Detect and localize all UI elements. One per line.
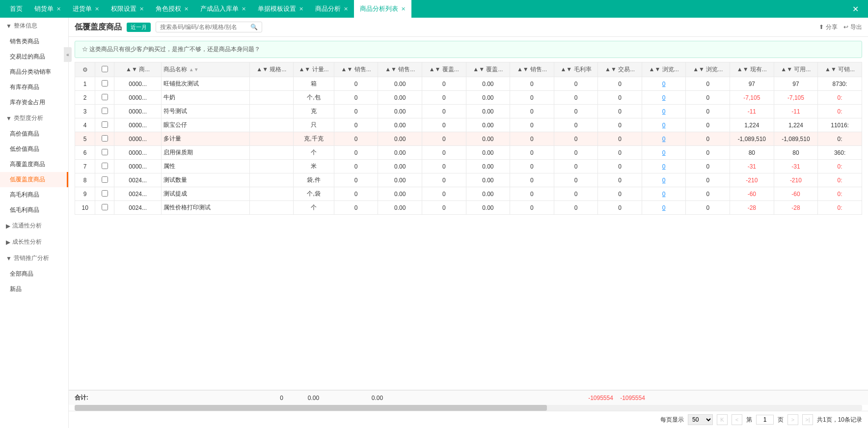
row-checkbox[interactable] — [95, 146, 114, 160]
row-cover2: 0.00 — [466, 173, 510, 187]
row-checkbox[interactable] — [95, 132, 114, 146]
row-gross: 0 — [554, 105, 598, 118]
col-code-header[interactable]: ▲▼ 商... — [114, 62, 161, 77]
sidebar-item-low-coverage[interactable]: 低覆盖度商品 — [0, 172, 68, 187]
horizontal-scrollbar[interactable] — [75, 405, 547, 411]
last-page-button[interactable]: >| — [802, 414, 813, 425]
col-trade-header[interactable]: ▲▼ 交易... — [598, 62, 642, 77]
col-sales3-header[interactable]: ▲▼ 销售... — [510, 62, 554, 77]
time-filter-badge[interactable]: 近一月 — [127, 23, 151, 32]
row-spec — [249, 77, 294, 91]
row-sales-amt: 0.00 — [378, 77, 422, 91]
sidebar-item-high-profit[interactable]: 高毛利商品 — [0, 187, 68, 202]
col-spec-header[interactable]: ▲▼ 规格... — [249, 62, 294, 77]
sidebar-item-stock-capital[interactable]: 库存资金占用 — [0, 95, 68, 110]
first-page-button[interactable]: K — [717, 414, 728, 425]
share-button[interactable]: ⬆ 分享 — [819, 23, 838, 31]
row-current: -28 — [730, 201, 774, 215]
row-checkbox[interactable] — [95, 160, 114, 173]
nav-close-1[interactable]: ✕ — [56, 6, 61, 12]
col-cover2-header[interactable]: ▲▼ 覆盖... — [466, 62, 510, 77]
sidebar-section-type[interactable]: ▼ 类型度分析 — [0, 110, 68, 126]
sidebar-item-high-coverage[interactable]: 高覆盖度商品 — [0, 157, 68, 172]
sidebar-item-new-goods[interactable]: 新品 — [0, 282, 68, 297]
row-checkbox[interactable] — [95, 173, 114, 187]
row-browse1[interactable]: 0 — [642, 91, 686, 105]
row-checkbox[interactable] — [95, 105, 114, 118]
sidebar-section-flow[interactable]: ▶ 流通性分析 — [0, 218, 68, 234]
nav-purchase-order[interactable]: 进货单 ✕ — [67, 0, 105, 18]
nav-home[interactable]: 首页 — [4, 0, 28, 18]
nav-close-8[interactable]: ✕ — [401, 6, 406, 12]
next-page-button[interactable]: > — [787, 414, 798, 425]
nav-close-6[interactable]: ✕ — [299, 6, 303, 12]
sidebar-item-low-profit[interactable]: 低毛利商品 — [0, 202, 68, 218]
sidebar-item-high-value[interactable]: 高价值商品 — [0, 126, 68, 142]
col-sellable-header[interactable]: ▲▼ 可销... — [818, 62, 862, 77]
nav-close-4[interactable]: ✕ — [184, 6, 189, 12]
window-close-button[interactable]: ✕ — [846, 0, 864, 18]
col-browse1-header[interactable]: ▲▼ 浏览... — [642, 62, 686, 77]
table-row: 5 0000... 多计量 克,千克 0 0.00 0 0.00 0 0 0 0… — [75, 132, 862, 146]
row-checkbox[interactable] — [95, 187, 114, 201]
sidebar-item-all-goods[interactable]: 全部商品 — [0, 266, 68, 282]
nav-product-stock[interactable]: 产成品入库单 ✕ — [194, 0, 252, 18]
row-browse1[interactable]: 0 — [642, 77, 686, 91]
col-gross-header[interactable]: ▲▼ 毛利率 — [554, 62, 598, 77]
row-browse1[interactable]: 0 — [642, 187, 686, 201]
row-checkbox[interactable] — [95, 201, 114, 215]
col-unit-header[interactable]: ▲▼ 计量... — [294, 62, 334, 77]
sidebar-section-growth[interactable]: ▶ 成长性分析 — [0, 234, 68, 250]
col-usable-header[interactable]: ▲▼ 可用... — [774, 62, 818, 77]
row-trade: 0 — [598, 132, 642, 146]
nav-sales-order[interactable]: 销货单 ✕ — [28, 0, 67, 18]
row-checkbox[interactable] — [95, 91, 114, 105]
sidebar-item-low-value[interactable]: 低价值商品 — [0, 142, 68, 157]
sidebar-section-overall[interactable]: ▼ 整体信息 — [0, 18, 68, 34]
row-browse1[interactable]: 0 — [642, 173, 686, 187]
search-input[interactable] — [160, 24, 248, 30]
col-sales-amt-header[interactable]: ▲▼ 销售... — [378, 62, 422, 77]
sidebar-collapse-button[interactable]: « — [64, 47, 72, 62]
page-number-input[interactable] — [756, 415, 774, 425]
row-browse1[interactable]: 0 — [642, 201, 686, 215]
sidebar-item-sales-goods[interactable]: 销售类商品 — [0, 34, 68, 49]
row-browse1[interactable]: 0 — [642, 160, 686, 173]
row-sellable: 8730: — [818, 77, 862, 91]
nav-goods-analysis[interactable]: 商品分析 ✕ — [309, 0, 354, 18]
export-button[interactable]: ↩ 导出 — [843, 23, 862, 31]
col-current-header[interactable]: ▲▼ 现有... — [730, 62, 774, 77]
nav-close-7[interactable]: ✕ — [344, 6, 348, 12]
col-browse2-header[interactable]: ▲▼ 浏览... — [686, 62, 730, 77]
col-name-header[interactable]: 商品名称 ▲▼ — [162, 62, 249, 77]
sidebar-item-category-rate[interactable]: 商品分类动销率 — [0, 64, 68, 80]
row-checkbox[interactable] — [95, 118, 114, 132]
col-settings[interactable]: ⚙ — [75, 62, 95, 77]
total-sales-amt: 0.00 — [298, 395, 329, 401]
row-browse1[interactable]: 0 — [642, 118, 686, 132]
row-sales-amt: 0.00 — [378, 201, 422, 215]
row-sales3: 0 — [510, 187, 554, 201]
col-sales-qty-header[interactable]: ▲▼ 销售... — [334, 62, 378, 77]
row-unit: 箱 — [294, 77, 334, 91]
nav-close-2[interactable]: ✕ — [95, 6, 99, 12]
search-icon[interactable]: 🔍 — [250, 24, 258, 30]
per-page-select[interactable]: 50 20 100 200 — [688, 414, 713, 425]
row-browse1[interactable]: 0 — [642, 105, 686, 118]
sidebar-section-marketing[interactable]: ▼ 营销推广分析 — [0, 250, 68, 266]
table-row: 2 0000... 牛奶 个,包 0 0.00 0 0.00 0 0 0 0 0… — [75, 91, 862, 105]
nav-template[interactable]: 单据模板设置 ✕ — [252, 0, 309, 18]
nav-goods-analysis-list[interactable]: 商品分析列表 ✕ — [354, 0, 411, 18]
row-browse1[interactable]: 0 — [642, 146, 686, 160]
nav-role-auth[interactable]: 角色授权 ✕ — [150, 0, 194, 18]
sidebar-item-traded-goods[interactable]: 交易过的商品 — [0, 49, 68, 64]
row-checkbox[interactable] — [95, 77, 114, 91]
nav-close-5[interactable]: ✕ — [242, 6, 246, 12]
row-browse1[interactable]: 0 — [642, 132, 686, 146]
nav-permission[interactable]: 权限设置 ✕ — [105, 0, 150, 18]
prev-page-button[interactable]: < — [732, 414, 742, 425]
col-cover1-header[interactable]: ▲▼ 覆盖... — [422, 62, 466, 77]
select-all-checkbox[interactable] — [102, 66, 108, 72]
sidebar-item-stocked-goods[interactable]: 有库存商品 — [0, 80, 68, 95]
nav-close-3[interactable]: ✕ — [139, 6, 144, 12]
